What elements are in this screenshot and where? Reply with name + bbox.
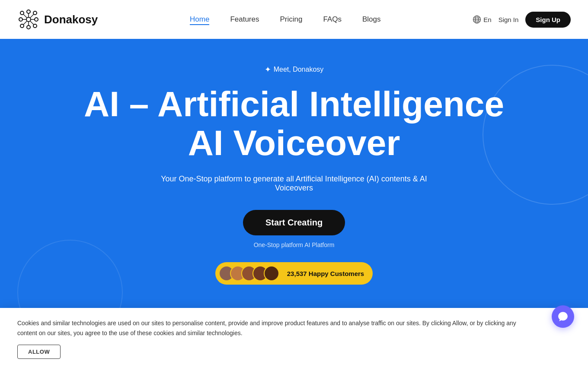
language-button[interactable]: En [473,15,491,24]
meet-badge: ✦ Meet, Donakosy [265,65,324,74]
svg-line-15 [30,14,34,18]
svg-line-14 [30,21,34,25]
svg-point-4 [35,18,38,21]
svg-point-7 [33,11,37,15]
nav-link-pricing[interactable]: Pricing [280,15,302,23]
svg-line-13 [23,14,27,18]
nav-link-features[interactable]: Features [230,15,259,23]
navbar: Donakosy Home Features Pricing FAQs Blog… [0,0,588,39]
chat-button[interactable] [552,305,574,328]
svg-point-8 [20,24,24,28]
svg-point-2 [27,25,30,29]
globe-icon [473,15,481,24]
svg-point-6 [33,24,37,28]
nav-item-home[interactable]: Home [190,15,209,24]
svg-point-5 [20,11,24,15]
sign-up-button[interactable]: Sign Up [525,12,571,28]
customers-badge: 23,537 Happy Customers [215,262,373,285]
nav-item-faqs[interactable]: FAQs [323,15,342,24]
customers-count: 23,537 Happy Customers [287,270,364,277]
nav-right: En Sign In Sign Up [473,12,571,28]
svg-point-1 [27,10,30,13]
svg-line-16 [23,21,27,25]
nav-link-home[interactable]: Home [190,15,209,25]
svg-point-0 [26,17,31,22]
start-creating-button[interactable]: Start Creating [243,210,345,235]
lang-label: En [483,16,491,23]
hero-subtitle: Your One-Stop platform to generate all A… [143,174,445,193]
avatar [264,266,279,281]
nav-item-blogs[interactable]: Blogs [362,15,381,24]
nav-link-faqs[interactable]: FAQs [323,15,342,23]
nav-link-blogs[interactable]: Blogs [362,15,381,23]
allow-button[interactable]: ALLOW [17,345,61,359]
logo-icon [17,8,40,31]
hero-title: AI – Artificial Intelligence AI Voiceove… [84,85,504,162]
cookie-text: Cookies and similar technologies are use… [17,318,536,338]
meet-label: Meet, Donakosy [274,66,324,73]
chat-icon [557,311,569,322]
sparkle-icon: ✦ [265,65,271,74]
hero-title-line1: AI – Artificial Intelligence [84,84,504,124]
cookie-banner: Cookies and similar technologies are use… [0,308,588,371]
avatars-group [219,266,279,281]
brand-name: Donakosy [44,13,98,26]
nav-links: Home Features Pricing FAQs Blogs [190,15,380,24]
svg-point-3 [19,18,22,21]
hero-section: ✦ Meet, Donakosy AI – Artificial Intelli… [0,39,588,319]
sign-in-button[interactable]: Sign In [499,16,519,23]
nav-item-pricing[interactable]: Pricing [280,15,302,24]
nav-item-features[interactable]: Features [230,15,259,24]
hero-title-line2: AI Voiceover [188,123,400,162]
platform-label: One-Stop platform AI Platform [254,241,335,248]
logo-area: Donakosy [17,8,98,31]
